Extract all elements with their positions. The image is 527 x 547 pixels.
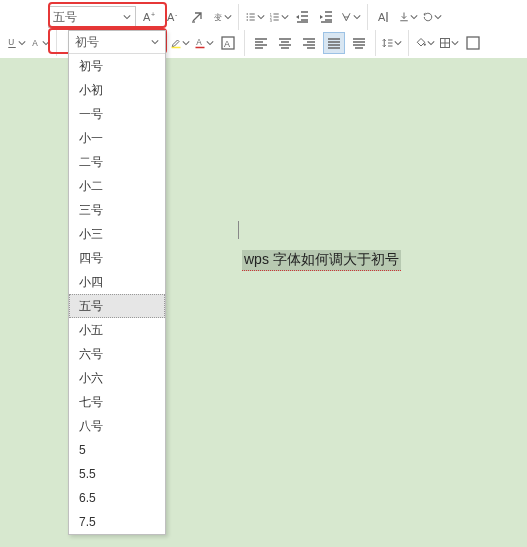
font-size-combo[interactable]: 五号 xyxy=(48,6,136,28)
writing-direction-button[interactable] xyxy=(398,7,418,27)
font-size-option[interactable]: 七号 xyxy=(69,390,165,414)
svg-text:A: A xyxy=(196,38,202,47)
font-size-option[interactable]: 小二 xyxy=(69,174,165,198)
borders-button[interactable] xyxy=(439,33,459,53)
font-size-option[interactable]: 初号 xyxy=(69,54,165,78)
font-size-option[interactable]: 小初 xyxy=(69,78,165,102)
font-size-option[interactable]: 四号 xyxy=(69,246,165,270)
svg-rect-14 xyxy=(172,47,181,49)
font-size-option[interactable]: 八号 xyxy=(69,414,165,438)
align-right-button[interactable] xyxy=(299,33,319,53)
app-window: { "toolbar": { "font_size_display": "五号"… xyxy=(0,0,527,547)
align-left-button[interactable] xyxy=(251,33,271,53)
svg-text:A: A xyxy=(143,11,151,23)
svg-rect-21 xyxy=(467,37,479,49)
svg-text:U: U xyxy=(8,38,14,47)
color-group: A A xyxy=(164,30,245,56)
svg-text:变: 变 xyxy=(214,13,222,22)
font-size-option[interactable]: 二号 xyxy=(69,150,165,174)
font-size-option[interactable]: 小四 xyxy=(69,270,165,294)
text-direction-group: A xyxy=(368,4,448,30)
rotate-text-button[interactable] xyxy=(422,7,442,27)
line-spacing-button[interactable] xyxy=(382,33,402,53)
border-shading-group xyxy=(409,30,489,56)
font-size-dropdown-input[interactable]: 初号 xyxy=(69,31,165,54)
text-cursor xyxy=(238,221,239,239)
svg-point-6 xyxy=(247,16,249,18)
text-direction-ltr-button[interactable]: A xyxy=(374,7,394,27)
chevron-down-icon xyxy=(123,10,131,24)
decrease-font-button[interactable]: A- xyxy=(164,7,184,27)
paragraph-dialog-button[interactable] xyxy=(463,33,483,53)
svg-text:A: A xyxy=(378,11,386,23)
font-size-value: 五号 xyxy=(53,9,77,26)
shading-button[interactable] xyxy=(415,33,435,53)
font-style-group: U A xyxy=(0,30,57,56)
underline-button[interactable]: U xyxy=(6,33,26,53)
dropdown-option-list: 初号小初一号小一二号小二三号小三四号小四五号小五六号小六七号八号55.56.57… xyxy=(69,54,165,534)
character-border-button[interactable]: A xyxy=(218,33,238,53)
font-group: 五号 A+ A- 变 xyxy=(0,4,239,30)
selected-text[interactable]: wps 字体如何调大于初号 xyxy=(242,250,401,271)
clear-format-button[interactable] xyxy=(188,7,208,27)
increase-indent-button[interactable] xyxy=(317,7,337,27)
svg-text:+: + xyxy=(151,11,155,18)
toolbar-row-1: 五号 A+ A- 变 123 A xyxy=(0,4,527,30)
font-size-option[interactable]: 六号 xyxy=(69,342,165,366)
align-center-button[interactable] xyxy=(275,33,295,53)
svg-text:3: 3 xyxy=(270,19,272,23)
font-size-dropdown[interactable]: 初号 初号小初一号小一二号小二三号小三四号小四五号小五六号小六七号八号55.56… xyxy=(68,30,166,535)
increase-font-button[interactable]: A+ xyxy=(140,7,160,27)
svg-text:A: A xyxy=(224,39,230,49)
font-size-option[interactable]: 小五 xyxy=(69,318,165,342)
svg-text:A: A xyxy=(167,11,175,23)
svg-text:-: - xyxy=(175,11,178,18)
svg-point-5 xyxy=(247,13,249,15)
bullets-button[interactable] xyxy=(245,7,265,27)
font-effects-button[interactable]: A xyxy=(30,33,50,53)
alignment-group xyxy=(245,30,376,56)
align-distribute-button[interactable] xyxy=(349,33,369,53)
paragraph-group-1: 123 xyxy=(239,4,368,30)
chevron-down-icon xyxy=(151,35,159,49)
font-size-option[interactable]: 小三 xyxy=(69,222,165,246)
highlight-button[interactable] xyxy=(170,33,190,53)
font-size-option[interactable]: 小一 xyxy=(69,126,165,150)
font-size-option[interactable]: 一号 xyxy=(69,102,165,126)
font-size-option[interactable]: 五号 xyxy=(69,294,165,318)
font-size-option[interactable]: 三号 xyxy=(69,198,165,222)
dropdown-input-value: 初号 xyxy=(75,34,99,51)
font-size-option[interactable]: 6.5 xyxy=(69,486,165,510)
tab-settings-button[interactable] xyxy=(341,7,361,27)
svg-rect-16 xyxy=(196,47,205,49)
font-size-option[interactable]: 5 xyxy=(69,438,165,462)
numbering-button[interactable]: 123 xyxy=(269,7,289,27)
font-size-option[interactable]: 7.5 xyxy=(69,510,165,534)
svg-point-7 xyxy=(247,19,249,21)
font-color-button[interactable]: A xyxy=(194,33,214,53)
spacing-group xyxy=(376,30,409,56)
svg-point-19 xyxy=(424,43,426,45)
phonetic-guide-button[interactable]: 变 xyxy=(212,7,232,27)
font-size-option[interactable]: 小六 xyxy=(69,366,165,390)
font-size-option[interactable]: 5.5 xyxy=(69,462,165,486)
decrease-indent-button[interactable] xyxy=(293,7,313,27)
align-justify-button[interactable] xyxy=(323,32,345,54)
svg-text:A: A xyxy=(32,39,38,48)
